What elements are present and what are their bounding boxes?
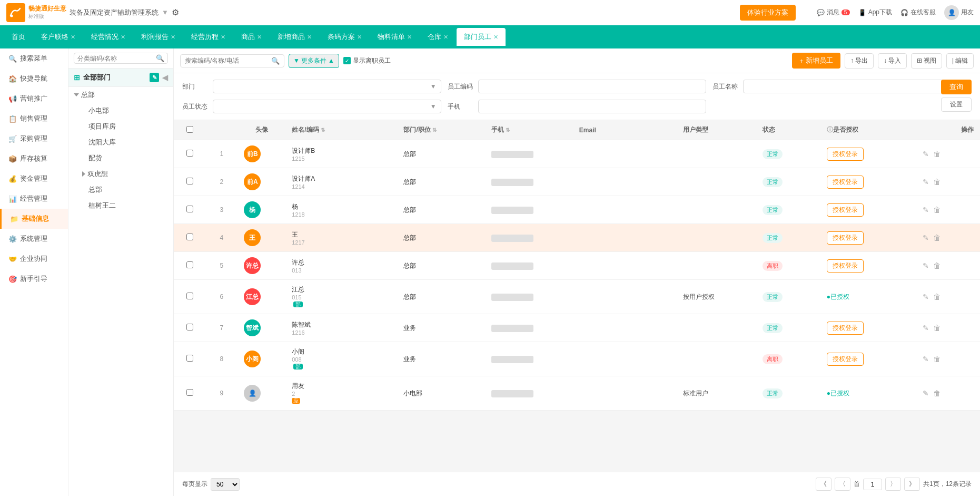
- row-checkbox-cell[interactable]: [174, 376, 206, 411]
- show-resigned-toggle[interactable]: ✓ 显示离职员工: [343, 56, 391, 65]
- nav-tab-close[interactable]: ✕: [407, 34, 412, 41]
- delete-row-icon[interactable]: 🗑: [933, 293, 941, 301]
- user-profile-item[interactable]: 👤 用友: [944, 5, 974, 20]
- edit-row-icon[interactable]: ✎: [923, 261, 929, 270]
- nav-tab-条码方案[interactable]: 条码方案✕: [320, 28, 369, 46]
- nav-tab-close[interactable]: ✕: [171, 34, 175, 41]
- nav-tab-close[interactable]: ✕: [443, 34, 448, 41]
- row-checkbox[interactable]: [186, 150, 193, 157]
- dept-search-input[interactable]: [77, 55, 156, 62]
- row-checkbox[interactable]: [186, 389, 193, 396]
- row-checkbox-cell[interactable]: [174, 280, 206, 314]
- sidebar-item-finance[interactable]: 💰资金管理: [0, 169, 68, 189]
- more-conditions-button[interactable]: ▼ 更多条件 ▲: [289, 54, 339, 68]
- nav-tab-close[interactable]: ✕: [71, 34, 75, 41]
- row-checkbox-cell[interactable]: [174, 252, 206, 280]
- dept-filter-select[interactable]: ▼: [213, 80, 441, 93]
- gear-button[interactable]: ⚙: [172, 7, 179, 17]
- export-button[interactable]: ↑ 导出: [845, 53, 874, 69]
- dept-node-配货[interactable]: 配货: [68, 150, 173, 166]
- sidebar-item-guide[interactable]: 🎯新手引导: [0, 269, 68, 289]
- reset-button[interactable]: 设置: [941, 98, 972, 112]
- nav-tab-首页[interactable]: 首页: [4, 28, 33, 46]
- view-type-button[interactable]: ⊞ 视图: [911, 53, 942, 69]
- empname-input[interactable]: [743, 80, 972, 93]
- employee-search-input[interactable]: [185, 57, 269, 64]
- edit-row-icon[interactable]: ✎: [923, 234, 929, 242]
- nav-tab-close[interactable]: ✕: [257, 34, 262, 41]
- row-checkbox[interactable]: [186, 261, 193, 268]
- auth-login-button[interactable]: 授权登录: [827, 322, 864, 335]
- edit-row-icon[interactable]: ✎: [923, 206, 929, 214]
- nav-tab-新增商品[interactable]: 新增商品✕: [270, 28, 319, 46]
- dept-node-小电部[interactable]: 小电部: [68, 103, 173, 119]
- trial-button[interactable]: 体验行业方案: [740, 5, 796, 21]
- select-all-checkbox[interactable]: [186, 126, 193, 133]
- dept-node-双虎想[interactable]: 双虎想: [68, 166, 173, 182]
- auth-login-button[interactable]: 授权登录: [827, 148, 864, 161]
- nav-tab-利润报告[interactable]: 利润报告✕: [134, 28, 183, 46]
- delete-row-icon[interactable]: 🗑: [933, 234, 941, 242]
- sidebar-item-marketing[interactable]: 📢营销推广: [0, 89, 68, 109]
- col-dept-header[interactable]: 部门/职位 ⇅: [397, 120, 485, 140]
- import-button[interactable]: ↓ 导入: [878, 53, 907, 69]
- per-page-select[interactable]: 50 100: [211, 478, 240, 491]
- delete-row-icon[interactable]: 🗑: [933, 206, 941, 214]
- row-checkbox[interactable]: [186, 355, 193, 362]
- next-page-button[interactable]: 〉: [885, 478, 901, 491]
- nav-tab-经营历程[interactable]: 经营历程✕: [184, 28, 233, 46]
- sidebar-item-system[interactable]: ⚙️系统管理: [0, 229, 68, 249]
- delete-row-icon[interactable]: 🗑: [933, 324, 941, 332]
- app-download-item[interactable]: 📱 App下载: [858, 8, 892, 17]
- row-checkbox-cell[interactable]: [174, 168, 206, 196]
- phone-input[interactable]: [478, 100, 707, 113]
- empcode-input[interactable]: [478, 80, 707, 93]
- first-page-button[interactable]: 《: [816, 478, 831, 491]
- nav-tab-经营情况[interactable]: 经营情况✕: [84, 28, 133, 46]
- edit-row-icon[interactable]: ✎: [923, 178, 929, 186]
- dept-all-item[interactable]: ⊞ 全部部门 ✎ ◀: [68, 69, 173, 87]
- sidebar-item-collab[interactable]: 🤝企业协同: [0, 249, 68, 269]
- row-checkbox-cell[interactable]: [174, 140, 206, 168]
- col-name-header[interactable]: 姓名/编码 ⇅: [285, 120, 397, 140]
- edit-columns-button[interactable]: | 编辑: [946, 53, 974, 69]
- delete-row-icon[interactable]: 🗑: [933, 389, 941, 397]
- row-checkbox[interactable]: [186, 324, 193, 330]
- col-phone-header[interactable]: 手机 ⇅: [485, 120, 573, 140]
- dept-node-总部[interactable]: 总部: [68, 182, 173, 198]
- sidebar-item-operations[interactable]: 📊经营管理: [0, 189, 68, 209]
- row-checkbox[interactable]: [186, 206, 193, 212]
- online-service-item[interactable]: 🎧 在线客服: [900, 8, 936, 17]
- nav-tab-仓库[interactable]: 仓库✕: [420, 28, 456, 46]
- dept-node-植树王二[interactable]: 植树王二: [68, 198, 173, 213]
- sidebar-item-basic[interactable]: 📁基础信息: [0, 209, 68, 229]
- dept-node-总部[interactable]: 总部: [68, 87, 173, 103]
- row-checkbox[interactable]: [186, 293, 193, 299]
- auth-login-button[interactable]: 授权登录: [827, 259, 864, 273]
- last-page-button[interactable]: 》: [904, 478, 920, 491]
- nav-tab-客户联络[interactable]: 客户联络✕: [34, 28, 83, 46]
- col-check-header[interactable]: [174, 120, 206, 140]
- page-number-input[interactable]: [863, 479, 882, 490]
- auth-login-button[interactable]: 授权登录: [827, 203, 864, 217]
- row-checkbox[interactable]: [186, 234, 193, 240]
- delete-row-icon[interactable]: 🗑: [933, 261, 941, 270]
- row-checkbox-cell[interactable]: [174, 342, 206, 376]
- collapse-icon[interactable]: ◀: [162, 73, 168, 82]
- nav-tab-部门员工[interactable]: 部门员工✕: [457, 28, 506, 46]
- sidebar-item-search[interactable]: 🔍搜索菜单: [0, 48, 68, 69]
- sidebar-item-inventory[interactable]: 📦库存核算: [0, 149, 68, 169]
- edit-row-icon[interactable]: ✎: [923, 389, 929, 397]
- sidebar-item-purchase[interactable]: 🛒采购管理: [0, 129, 68, 149]
- delete-row-icon[interactable]: 🗑: [933, 150, 941, 158]
- auth-login-button[interactable]: 授权登录: [827, 231, 864, 245]
- dept-node-沈阳大库[interactable]: 沈阳大库: [68, 134, 173, 150]
- message-item[interactable]: 💬 消息 5: [817, 8, 850, 17]
- delete-row-icon[interactable]: 🗑: [933, 355, 941, 363]
- nav-tab-close[interactable]: ✕: [357, 34, 362, 41]
- empstatus-select[interactable]: ▼: [213, 100, 441, 113]
- prev-page-button[interactable]: 〈: [835, 478, 850, 491]
- nav-tab-商品[interactable]: 商品✕: [234, 28, 269, 46]
- edit-dept-icon[interactable]: ✎: [150, 73, 159, 82]
- nav-tab-close[interactable]: ✕: [307, 34, 312, 41]
